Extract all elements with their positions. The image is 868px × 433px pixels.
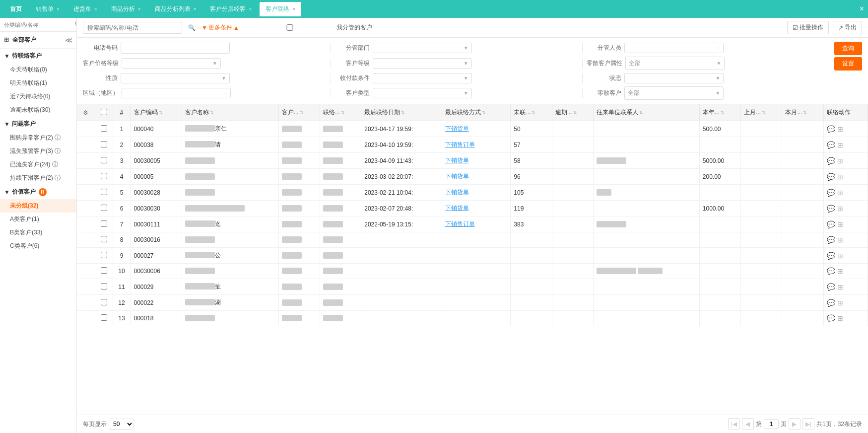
sidebar-collapse-icon[interactable]: ≪ <box>65 36 72 44</box>
customer-level-select[interactable]: ▼ <box>373 58 472 69</box>
sidebar-item-c-class[interactable]: C类客户(6) <box>0 239 76 253</box>
row-select[interactable] <box>101 314 107 321</box>
row-checkbox[interactable] <box>95 201 113 216</box>
contact-person-header[interactable]: 往来单位联系人⇅ <box>593 104 699 121</box>
sidebar-item-churned[interactable]: 已流失客户(24) ⓘ <box>0 158 76 171</box>
contact-method-link[interactable]: 下销货单 <box>445 173 469 180</box>
contact-column-header[interactable]: 联络...⇅ <box>320 104 361 121</box>
sidebar-item-abnormal[interactable]: 囤购异常客户(2) ⓘ <box>0 131 76 144</box>
action-message-icon[interactable]: 💬 <box>827 236 835 244</box>
action-qr-icon[interactable]: ⊞ <box>837 205 843 213</box>
sidebar-search-input[interactable] <box>4 22 72 28</box>
row-select[interactable] <box>101 220 107 227</box>
action-message-icon[interactable]: 💬 <box>827 157 835 165</box>
nav-tab-sales[interactable]: 销售单 × <box>30 2 66 16</box>
code-column-header[interactable]: 客户编码⇅ <box>131 104 182 121</box>
name-column-header[interactable]: 客户名称⇅ <box>182 104 278 121</box>
row-select[interactable] <box>101 267 107 274</box>
action-qr-icon[interactable]: ⊞ <box>837 189 843 197</box>
action-qr-icon[interactable]: ⊞ <box>837 173 843 181</box>
nav-tab-customer-layer[interactable]: 客户分层经客 × <box>204 2 258 16</box>
tab-customer-layer-close[interactable]: × <box>249 6 252 12</box>
sidebar-item-7days[interactable]: 近7天待联络(0) <box>0 90 76 103</box>
action-message-icon[interactable]: 💬 <box>827 299 835 307</box>
row-select[interactable] <box>101 173 107 179</box>
action-qr-icon[interactable]: ⊞ <box>837 283 843 291</box>
nav-tab-home[interactable]: 首页 <box>4 2 28 16</box>
last-contact-method-header[interactable]: 最后联络方式⇅ <box>442 104 511 121</box>
row-checkbox[interactable] <box>95 279 113 295</box>
retail-attr-select[interactable]: 全部 ▼ <box>625 57 725 70</box>
gear-column-header[interactable]: ⚙ <box>77 104 95 121</box>
action-message-icon[interactable]: 💬 <box>827 141 835 149</box>
sidebar-all-customers[interactable]: ⊞ 全部客户 ≪ <box>0 32 76 49</box>
row-select[interactable] <box>101 299 107 305</box>
person-select[interactable]: ··· <box>624 43 724 53</box>
action-message-icon[interactable]: 💬 <box>827 267 835 275</box>
last-contact-date-header[interactable]: 最后联络日期⇅ <box>361 104 442 121</box>
window-close-button[interactable]: × <box>860 4 864 13</box>
action-message-icon[interactable]: 💬 <box>827 283 835 291</box>
sidebar-item-churn-warning[interactable]: 流失预警客户(3) ⓘ <box>0 144 76 158</box>
dept-select[interactable]: ▼ <box>373 43 472 53</box>
contact-method-link[interactable]: 下销售订单 <box>445 220 475 227</box>
tab-purchase-close[interactable]: × <box>94 6 97 12</box>
row-checkbox[interactable] <box>95 311 113 326</box>
contact-method-link[interactable]: 下销售订单 <box>445 141 475 148</box>
sidebar-item-overdue[interactable]: 逾期未联络(30) <box>0 103 76 117</box>
phone-input[interactable] <box>121 42 230 54</box>
price-level-select[interactable]: ▼ <box>122 58 221 69</box>
last-month-header[interactable]: 上月...⇅ <box>741 104 782 121</box>
my-customers-checkbox-label[interactable]: 我分管的客户 <box>245 23 372 32</box>
this-month-header[interactable]: 本月...⇅ <box>782 104 823 121</box>
row-checkbox[interactable] <box>95 137 113 153</box>
action-qr-icon[interactable]: ⊞ <box>837 299 843 307</box>
row-select[interactable] <box>101 141 107 147</box>
nav-tab-goods-analysis[interactable]: 商品分析 × <box>105 2 147 16</box>
nav-tab-purchase[interactable]: 进货单 × <box>67 2 103 16</box>
row-checkbox[interactable] <box>95 232 113 248</box>
action-message-icon[interactable]: 💬 <box>827 252 835 260</box>
first-page-button[interactable]: |◀ <box>728 418 740 430</box>
sidebar-item-b-class[interactable]: B类客户(33) <box>0 226 76 239</box>
row-select[interactable] <box>101 252 107 258</box>
checkbox-column-header[interactable] <box>95 104 113 121</box>
row-checkbox[interactable] <box>95 264 113 279</box>
action-qr-icon[interactable]: ⊞ <box>837 267 843 275</box>
action-qr-icon[interactable]: ⊞ <box>837 220 843 228</box>
sidebar-group-value[interactable]: ▼ 价值客户 R <box>0 185 76 199</box>
action-qr-icon[interactable]: ⊞ <box>837 314 843 322</box>
sidebar-item-tomorrow[interactable]: 明天待联络(1) <box>0 76 76 90</box>
select-all-checkbox[interactable] <box>101 109 107 115</box>
action-message-icon[interactable]: 💬 <box>827 189 835 197</box>
row-select[interactable] <box>101 189 107 195</box>
last-page-button[interactable]: ▶| <box>802 418 814 430</box>
nav-tab-goods-analysis-list[interactable]: 商品分析列表 × <box>149 2 202 16</box>
action-qr-icon[interactable]: ⊞ <box>837 252 843 260</box>
row-checkbox[interactable] <box>95 216 113 232</box>
reset-button[interactable]: 设置 <box>834 57 862 71</box>
action-message-icon[interactable]: 💬 <box>827 173 835 181</box>
action-qr-icon[interactable]: ⊞ <box>837 125 843 133</box>
contact-method-link[interactable]: 下销货单 <box>445 157 469 164</box>
export-button[interactable]: ↗ 导出 <box>833 21 862 34</box>
row-checkbox[interactable] <box>95 169 113 185</box>
row-checkbox[interactable] <box>95 248 113 264</box>
nature-select[interactable]: ▼ <box>121 73 230 83</box>
action-qr-icon[interactable]: ⊞ <box>837 236 843 244</box>
retail-select[interactable]: 全部 ▼ <box>624 86 724 100</box>
row-select[interactable] <box>101 205 107 211</box>
action-message-icon[interactable]: 💬 <box>827 314 835 322</box>
row-select[interactable] <box>101 283 107 289</box>
search-input[interactable] <box>83 22 182 34</box>
row-select[interactable] <box>101 157 107 163</box>
action-message-icon[interactable]: 💬 <box>827 205 835 213</box>
row-checkbox[interactable] <box>95 185 113 201</box>
action-message-icon[interactable]: 💬 <box>827 220 835 228</box>
sidebar-item-ungroup[interactable]: 未分组(32) <box>0 199 76 213</box>
action-qr-icon[interactable]: ⊞ <box>837 157 843 165</box>
sidebar-group-problem[interactable]: ▼ 问题客户 <box>0 117 76 131</box>
overdue-header[interactable]: 逾期...⇅ <box>552 104 593 121</box>
contact-method-link[interactable]: 下销货单 <box>445 205 469 212</box>
status-select[interactable]: ▼ <box>624 73 724 83</box>
